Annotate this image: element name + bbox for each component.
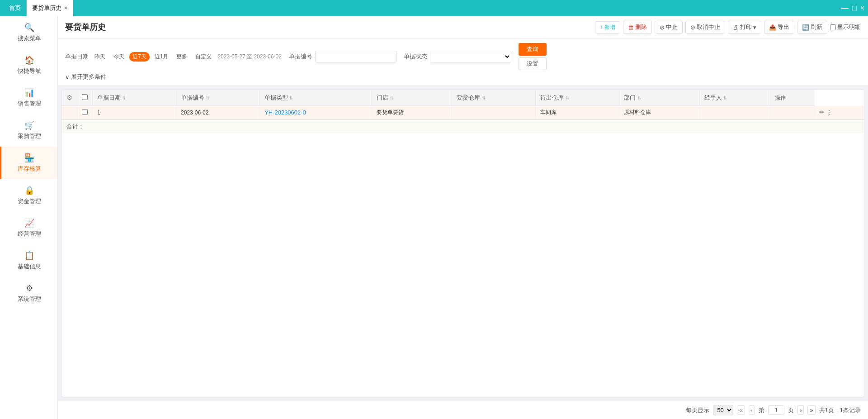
doc-number-input[interactable] [315,51,396,62]
table-footer: 合计： [62,119,864,133]
select-all-checkbox[interactable] [82,94,88,100]
print-icon: 🖨 [733,24,739,31]
show-detail-label: 显示明细 [837,23,861,31]
inventory-icon: 🏪 [24,153,34,163]
th-number-label: 单据编号 [181,94,204,101]
next-page-btn[interactable]: › [797,405,804,415]
row-num-cell: 1 [93,106,176,119]
stop-label: 中止 [666,23,678,31]
sidebar-item-basic-info[interactable]: 📋 基础信息 [0,244,57,277]
sidebar-item-inventory-label: 库存核算 [18,165,41,173]
export-btn[interactable]: 📤 导出 [764,21,794,33]
sort-req-wh-icon[interactable]: ⇅ [482,95,486,100]
export-label: 导出 [778,23,789,31]
print-btn[interactable]: 🖨 打印 ▾ [728,21,761,33]
table-area: ⚙ 单据日期 ⇅ 单据编号 ⇅ [61,90,864,397]
refresh-btn[interactable]: 🔄 刷新 [797,21,827,33]
sort-date-icon[interactable]: ⇅ [122,95,126,100]
th-pending-warehouse: 待出仓库 ⇅ [536,90,619,106]
sales-mgmt-icon: 📊 [24,88,34,98]
status-label: 单据状态 [404,52,427,61]
sort-type-icon[interactable]: ⇅ [289,95,293,100]
stop-icon: ⊘ [660,24,665,31]
sidebar-item-purchase-mgmt[interactable]: 🛒 采购管理 [0,114,57,147]
total-label: 合计： [66,123,84,130]
status-select[interactable] [430,51,511,62]
date-btn-1month[interactable]: 近1月 [151,52,172,62]
search-menu-icon: 🔍 [24,23,34,33]
sort-number-icon[interactable]: ⇅ [206,95,209,100]
per-page-label: 每页显示 [686,406,709,414]
tab-close-icon[interactable]: × [64,5,67,11]
sidebar-item-finance-mgmt[interactable]: 🔒 资金管理 [0,179,57,212]
setting-btn[interactable]: 设置 [519,57,547,70]
new-btn[interactable]: + 新增 [595,21,620,33]
sort-dept-icon[interactable]: ⇅ [637,95,641,100]
date-buttons: 昨天 今天 近7天 近1月 更多 自定义 [91,52,215,62]
sidebar-item-sys-mgmt-label: 系统管理 [18,295,41,303]
row-handler-cell [770,106,815,119]
sidebar-item-finance-mgmt-label: 资金管理 [18,197,41,205]
sidebar-item-search-menu-label: 搜索菜单 [18,34,41,43]
window-min-btn[interactable]: — [841,4,849,12]
row-checkbox[interactable] [82,109,88,115]
page-actions: + 新增 🗑 删除 ⊘ 中止 ⊘ 取消中止 🖨 打印 ▾ [595,21,861,33]
query-btn[interactable]: 查询 [519,43,547,56]
date-range-display: 2023-05-27 至 2023-06-02 [217,53,281,61]
stop-btn[interactable]: ⊘ 中止 [655,21,683,33]
date-btn-today[interactable]: 今天 [110,52,127,62]
cancel-stop-icon: ⊘ [690,24,695,31]
th-req-warehouse-label: 要货仓库 [457,94,480,101]
th-handler: 经手人 ⇅ [699,90,770,106]
date-btn-yesterday[interactable]: 昨天 [91,52,108,62]
page-number-input[interactable] [768,405,784,415]
row-operation-cell: ✏ ⋮ [815,106,864,119]
date-btn-custom[interactable]: 自定义 [192,52,215,62]
delete-label: 删除 [635,23,647,31]
first-page-btn[interactable]: « [737,405,745,415]
window-max-btn[interactable]: □ [852,4,857,12]
table-body: 1 2023-06-02 YH-20230602-0 要货单要货 车间库 原材料… [62,106,864,119]
show-detail-check[interactable]: 显示明细 [830,23,861,31]
th-settings[interactable]: ⚙ [62,90,77,106]
top-bar: 首页 要货单历史 × — □ × [0,0,868,16]
sidebar-item-inventory[interactable]: 🏪 库存核算 [0,147,57,179]
row-number-link[interactable]: YH-20230602-0 [264,109,306,116]
content-area: 要货单历史 + 新增 🗑 删除 ⊘ 中止 ⊘ 取消中止 🖨 打印 [58,16,868,419]
expand-conditions-btn[interactable]: ∨ 展开更多条件 [65,73,861,81]
window-close-btn[interactable]: × [860,4,864,12]
sidebar-item-sys-mgmt[interactable]: ⚙ 系统管理 [0,277,57,309]
th-store-label: 门店 [377,94,388,101]
settings-icon[interactable]: ⚙ [66,94,72,101]
date-btn-7days[interactable]: 近7天 [129,52,150,62]
cancel-stop-btn[interactable]: ⊘ 取消中止 [685,21,725,33]
page-label-first: 第 [759,406,764,414]
row-edit-icon[interactable]: ✏ [819,109,825,116]
sort-store-icon[interactable]: ⇅ [390,95,393,100]
sidebar-item-ops-mgmt[interactable]: 📈 经营管理 [0,212,57,244]
doc-number-filter-group: 单据编号 [289,51,396,62]
th-number: 单据编号 ⇅ [176,90,260,106]
date-btn-more[interactable]: 更多 [173,52,190,62]
row-more-icon[interactable]: ⋮ [826,109,832,116]
tab-home[interactable]: 首页 [4,0,27,16]
prev-page-btn[interactable]: ‹ [749,405,755,415]
tab-active[interactable]: 要货单历史 × [27,0,73,16]
sidebar-item-sales-mgmt-label: 销售管理 [18,100,41,108]
tab-home-label: 首页 [9,4,21,12]
last-page-btn[interactable]: » [807,405,815,415]
print-chevron-icon: ▾ [753,24,756,31]
delete-btn[interactable]: 🗑 删除 [623,21,652,33]
pagination-bar: 每页显示 50 « ‹ 第 页 › » 共1页，1条记录 [58,401,868,419]
th-type: 单据类型 ⇅ [260,90,372,106]
show-detail-checkbox[interactable] [830,24,836,30]
sort-handler-icon[interactable]: ⇅ [723,95,727,100]
sidebar-item-quick-nav[interactable]: 🏠 快捷导航 [0,49,57,81]
page-title: 要货单历史 [65,22,106,33]
finance-mgmt-icon: 🔒 [24,186,34,195]
print-label: 打印 [740,23,752,31]
sort-pending-wh-icon[interactable]: ⇅ [566,95,569,100]
sidebar-item-search-menu[interactable]: 🔍 搜索菜单 [0,16,57,49]
per-page-select[interactable]: 50 [713,405,733,415]
sidebar-item-sales-mgmt[interactable]: 📊 销售管理 [0,81,57,114]
